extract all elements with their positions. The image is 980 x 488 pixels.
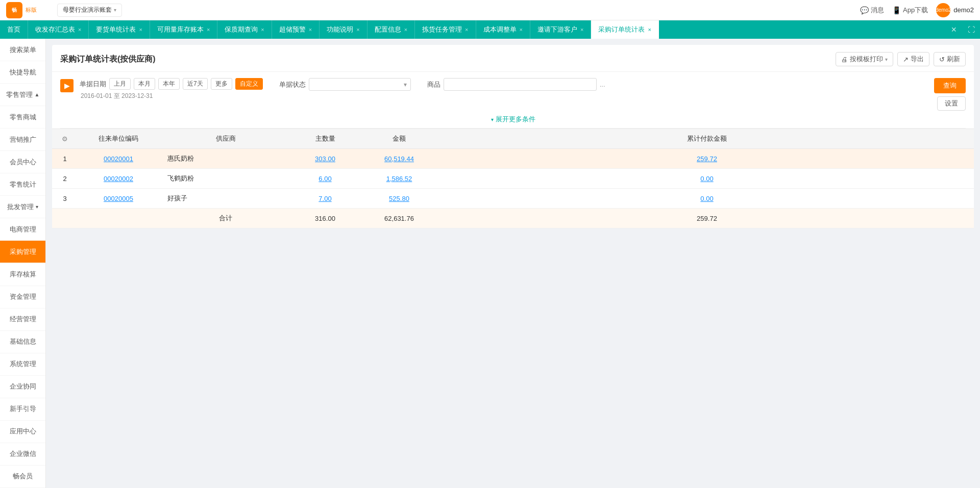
goods-label: 商品	[427, 80, 440, 89]
tab-jianhuo[interactable]: 拣货任务管理 ×	[415, 20, 476, 39]
sidebar-item-member-club[interactable]: 畅会员	[0, 466, 45, 488]
sidebar-item-members[interactable]: 会员中心	[0, 151, 45, 173]
expand-more-row: ▾ 展开更多条件	[60, 111, 966, 129]
filter-status-group: 单据状态 ▾	[279, 78, 411, 91]
tab-yaohuo[interactable]: 要货单统计表 ×	[89, 20, 150, 39]
tab-gongneng[interactable]: 功能说明 ×	[320, 20, 367, 39]
top-bar: 畅 标版 母婴行业演示账套 ▾ 💬 消息 📱 App下载 demo2 demo2	[0, 0, 980, 20]
message-label: 消息	[871, 6, 884, 15]
filter-row-1: ▶ 单据日期 上月 本月 本年 近7天 更多 自定义 2016-01-01 至 …	[60, 78, 966, 111]
row-qty[interactable]: 7.00	[292, 189, 358, 209]
sidebar-item-quicknav[interactable]: 快捷导航	[0, 61, 45, 84]
filter-goods-group: 商品 ...	[427, 78, 928, 91]
footer-empty-2	[78, 209, 159, 228]
sidebar-item-app-center[interactable]: 应用中心	[0, 421, 45, 443]
date-shortcut-last-month[interactable]: 上月	[109, 78, 131, 90]
tab-caigou-active[interactable]: 采购订单统计表 ×	[591, 20, 658, 39]
sidebar-item-retail-shop[interactable]: 零售商城	[0, 106, 45, 129]
sidebar-item-wechat[interactable]: 企业微信	[0, 443, 45, 466]
col-settings[interactable]: ⚙	[52, 129, 78, 149]
sidebar-item-retail-stats[interactable]: 零售统计	[0, 173, 45, 196]
logo-icon: 畅	[6, 2, 22, 18]
status-select[interactable]	[309, 78, 411, 91]
tab-shoufacun[interactable]: 收发存汇总表 ×	[28, 20, 89, 39]
row-qty[interactable]: 303.00	[292, 149, 358, 169]
print-btn[interactable]: 🖨 按模板打印 ▾	[836, 52, 893, 66]
goods-more-icon[interactable]: ...	[600, 81, 605, 88]
date-shortcut-7days[interactable]: 近7天	[183, 78, 208, 90]
sidebar-item-finance[interactable]: 资金管理	[0, 286, 45, 309]
settings-btn[interactable]: 设置	[937, 96, 966, 111]
page-title: 采购订单统计表(按供应商)	[60, 54, 156, 65]
tab-yaoqing[interactable]: 邀请下游客户 ×	[530, 20, 591, 39]
page-card: 采购订单统计表(按供应商) 🖨 按模板打印 ▾ ↗ 导出 ↺ 刷新	[52, 45, 974, 228]
col-qty-header: 主数量	[292, 129, 358, 149]
close-all-btn[interactable]: ×	[945, 24, 963, 35]
sidebar: 搜索菜单 快捷导航 零售管理 ▲ 零售商城 营销推广 会员中心 零售统计 批发管…	[0, 39, 46, 488]
date-shortcut-custom[interactable]: 自定义	[235, 78, 263, 90]
row-code[interactable]: 00020005	[78, 189, 159, 209]
row-paid[interactable]: 0.00	[440, 189, 974, 209]
sidebar-item-inventory[interactable]: 库存核算	[0, 263, 45, 286]
sidebar-item-retail-mgmt[interactable]: 零售管理 ▲	[0, 84, 45, 106]
row-paid[interactable]: 0.00	[440, 169, 974, 189]
refresh-btn[interactable]: ↺ 刷新	[934, 52, 966, 66]
table-row: 1 00020001 惠氏奶粉 303.00 60,519.44 259.72	[52, 149, 974, 169]
workspace-chevron: ▾	[114, 7, 116, 13]
date-shortcut-this-year[interactable]: 本年	[158, 78, 180, 90]
app-icon: 📱	[892, 6, 901, 14]
avatar: demo2	[936, 3, 950, 17]
sidebar-item-search[interactable]: 搜索菜单	[0, 39, 45, 61]
tab-chaoyujingbao[interactable]: 超储预警 ×	[272, 20, 320, 39]
row-amount[interactable]: 525.80	[358, 189, 440, 209]
row-code[interactable]: 00020002	[78, 169, 159, 189]
workspace-selector[interactable]: 母婴行业演示账套 ▾	[57, 4, 122, 17]
logo-area: 畅 标版	[6, 2, 52, 18]
col-code-header: 往来单位编码	[78, 129, 159, 149]
goods-input[interactable]	[444, 78, 597, 91]
user-area[interactable]: demo2 demo2	[936, 3, 974, 17]
date-range-display: 2016-01-01 至 2023-12-31	[80, 92, 263, 100]
row-code[interactable]: 00020001	[78, 149, 159, 169]
filter-toggle-btn[interactable]: ▶	[60, 79, 74, 92]
export-btn[interactable]: ↗ 导出	[897, 52, 929, 66]
app-download-btn[interactable]: 📱 App下载	[892, 6, 928, 15]
print-chevron-icon: ▾	[885, 57, 888, 62]
tab-baozhi[interactable]: 保质期查询 ×	[217, 20, 272, 39]
date-shortcut-more[interactable]: 更多	[211, 78, 232, 90]
row-no: 1	[52, 149, 78, 169]
message-btn[interactable]: 💬 消息	[860, 6, 884, 15]
workspace-label: 母婴行业演示账套	[63, 6, 112, 14]
sidebar-item-purchase[interactable]: 采购管理	[0, 241, 45, 263]
row-amount[interactable]: 60,519.44	[358, 149, 440, 169]
logo-subtitle: 标版	[26, 6, 37, 14]
col-amount-header: 金额	[358, 129, 440, 149]
expand-more-btn[interactable]: ▾ 展开更多条件	[491, 115, 535, 124]
tab-keyongliang[interactable]: 可用量库存账本 ×	[150, 20, 217, 39]
footer-label: 合计	[159, 209, 292, 228]
sidebar-item-ecommerce[interactable]: 电商管理	[0, 218, 45, 241]
sidebar-item-newbie[interactable]: 新手引导	[0, 398, 45, 421]
sidebar-item-marketing[interactable]: 营销推广	[0, 129, 45, 151]
row-qty[interactable]: 6.00	[292, 169, 358, 189]
settings-icon[interactable]: ⚙	[62, 135, 68, 143]
tab-peizhi[interactable]: 配置信息 ×	[368, 20, 415, 39]
sidebar-item-operations[interactable]: 经营管理	[0, 309, 45, 331]
query-btn[interactable]: 查询	[934, 78, 966, 93]
footer-paid: 259.72	[440, 209, 974, 228]
sidebar-item-collab[interactable]: 企业协同	[0, 376, 45, 398]
sidebar-item-wholesale[interactable]: 批发管理 ▾	[0, 196, 45, 218]
main-content: 采购订单统计表(按供应商) 🖨 按模板打印 ▾ ↗ 导出 ↺ 刷新	[46, 39, 980, 488]
sidebar-item-basic-info[interactable]: 基础信息	[0, 331, 45, 353]
tab-home[interactable]: 首页	[0, 20, 28, 39]
row-amount[interactable]: 1,586.52	[358, 169, 440, 189]
row-paid[interactable]: 259.72	[440, 149, 974, 169]
sidebar-item-system[interactable]: 系统管理	[0, 353, 45, 376]
table-wrap: ⚙ 往来单位编码 供应商 主数量 金额 累计付款金额 1 00020001 惠氏…	[52, 129, 974, 228]
row-supplier: 惠氏奶粉	[159, 149, 292, 169]
date-shortcut-this-month[interactable]: 本月	[134, 78, 155, 90]
col-supplier-header: 供应商	[159, 129, 292, 149]
tab-chengben[interactable]: 成本调整单 ×	[476, 20, 530, 39]
row-no: 3	[52, 189, 78, 209]
maximize-btn[interactable]: ⛶	[963, 25, 980, 34]
